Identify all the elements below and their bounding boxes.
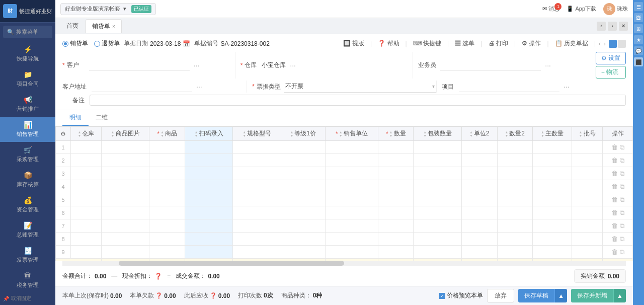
panel-chat-icon[interactable]: 💬 [634,46,643,55]
cell[interactable] [101,141,149,154]
toolbar-help[interactable]: ❓ 帮助 [375,38,402,49]
cell[interactable] [281,154,325,167]
subtab-detail[interactable]: 明细 [62,110,89,126]
order-value[interactable]: SA-20230318-002 [220,40,269,47]
delete-icon[interactable]: 🗑 [611,235,618,243]
cell[interactable] [101,167,149,180]
radio-sale[interactable]: 销货单 [62,39,88,48]
app-download-btn[interactable]: 📱 App下载 [567,5,596,13]
cell[interactable] [414,219,462,233]
cell[interactable] [149,246,185,259]
delete-icon[interactable]: 🗑 [611,170,618,177]
copy-icon[interactable]: ⧉ [620,248,624,256]
horizontal-scrollbar[interactable] [62,261,626,266]
delete-icon[interactable]: 🗑 [611,196,618,203]
delete-icon[interactable]: 🗑 [611,222,618,230]
cell[interactable] [414,167,462,180]
cell[interactable] [414,193,462,206]
messages-btn[interactable]: ✉ 消息 1 [542,5,559,13]
cell[interactable] [532,233,572,246]
cell[interactable] [378,154,414,167]
cell[interactable] [378,167,414,180]
scroll-thumb[interactable] [119,261,344,266]
cell[interactable] [325,246,378,259]
delete-icon[interactable]: 🗑 [611,143,618,151]
view-grid-icon[interactable] [609,40,617,48]
panel-image-icon[interactable]: 🖼 [634,13,643,22]
cell[interactable] [185,154,233,167]
cell[interactable] [185,141,233,154]
debt-help[interactable]: ❓ [155,292,163,299]
cell[interactable] [378,233,414,246]
cell[interactable] [185,219,233,233]
toolbar-nav-next[interactable]: › [604,40,606,47]
cell[interactable] [378,141,414,154]
cell[interactable] [414,206,462,219]
setup-button[interactable]: ⚙ 设置 [596,52,626,64]
cell[interactable] [497,206,532,219]
copy-icon[interactable]: ⧉ [620,157,624,164]
cell[interactable] [497,154,532,167]
sidebar-item-invoice[interactable]: 🧾 发票管理 [0,243,55,268]
sidebar-item-finance[interactable]: 💰 资金管理 [0,192,55,217]
cell[interactable] [414,154,462,167]
cell[interactable] [233,154,281,167]
abandon-button[interactable]: 放弃 [487,289,514,302]
cell[interactable] [233,219,281,233]
cell[interactable] [572,154,603,167]
address-dots-btn[interactable]: ··· [194,83,204,91]
cell[interactable] [462,154,497,167]
calendar-icon[interactable]: 📅 [183,40,190,47]
cell[interactable] [325,233,378,246]
cell[interactable] [149,167,185,180]
toolbar-operate[interactable]: ⚙ 操作 [519,38,544,49]
toolbar-history[interactable]: 📋 历史单据 [552,38,591,49]
cell[interactable] [71,206,102,219]
cell[interactable] [281,167,325,180]
toolbar-nav-prev[interactable]: ‹ [599,40,601,47]
panel-grid-icon[interactable]: ⊞ [634,24,643,33]
cell[interactable] [185,180,233,193]
cell[interactable] [149,219,185,233]
cell[interactable] [497,193,532,206]
cell[interactable] [572,246,603,259]
tab-close-all-btn[interactable]: ✕ [619,22,628,31]
panel-star-icon[interactable]: ★ [634,35,643,44]
delete-icon[interactable]: 🗑 [611,248,618,256]
project-dots-btn[interactable]: ··· [561,83,572,91]
cell[interactable] [497,219,532,233]
cell[interactable] [532,167,572,180]
cell[interactable] [101,206,149,219]
cell[interactable] [414,141,462,154]
cell[interactable] [71,246,102,259]
app-selector[interactable]: 好业财专业版演示帐套 ▾ 已认证 [60,3,156,15]
add-logistics-button[interactable]: + 物流 [596,66,626,79]
cell[interactable] [71,167,102,180]
cell[interactable] [325,193,378,206]
cell[interactable] [532,246,572,259]
save-draft-button[interactable]: 保存草稿 [518,289,554,302]
staff-input[interactable] [440,60,541,70]
cell[interactable] [572,180,603,193]
cell[interactable] [149,180,185,193]
delete-icon[interactable]: 🗑 [611,157,618,164]
cell[interactable] [532,206,572,219]
toolbar-view[interactable]: 🔲 视版 [340,38,367,49]
sidebar-item-purchase[interactable]: 🛒 采购管理 [0,142,55,167]
th-settings[interactable]: ⚙ [56,127,71,141]
panel-list-icon[interactable]: ☰ [634,2,643,11]
cell[interactable] [414,233,462,246]
copy-icon[interactable]: ⧉ [620,196,624,203]
warehouse-dots-btn[interactable]: ··· [288,61,298,69]
cell[interactable] [532,219,572,233]
cell[interactable] [185,246,233,259]
cell[interactable] [233,141,281,154]
price-checkbox[interactable]: ✓ [439,293,445,299]
note-input[interactable] [90,95,626,106]
cell[interactable] [497,246,532,259]
cell[interactable] [101,154,149,167]
cell[interactable] [233,246,281,259]
cell[interactable] [572,167,603,180]
cell[interactable] [462,206,497,219]
cell[interactable] [378,180,414,193]
